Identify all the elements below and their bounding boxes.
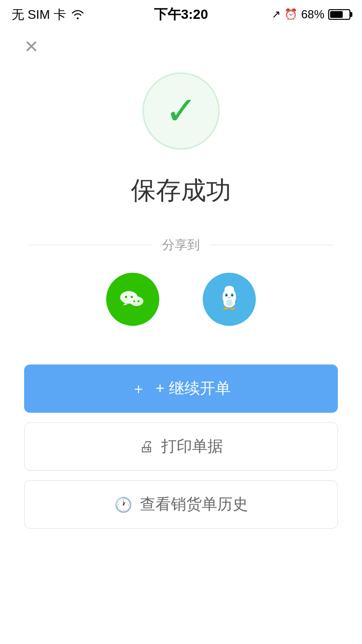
history-label: 查看销货单历史	[140, 494, 248, 515]
status-right: ↗ ⏰ 68%	[272, 8, 350, 21]
alarm-icon: ⏰	[284, 8, 297, 21]
svg-point-5	[138, 300, 139, 302]
plus-icon: ＋	[131, 379, 146, 399]
svg-point-14	[223, 308, 228, 310]
sim-status: 无 SIM 卡	[12, 6, 66, 23]
svg-point-13	[226, 299, 233, 306]
share-row	[106, 273, 256, 326]
continue-button[interactable]: ＋ + 继续开单	[24, 364, 338, 413]
share-label: 分享到	[153, 237, 209, 253]
battery-percent: 68%	[301, 8, 324, 21]
clock-icon: 🕐	[114, 496, 132, 513]
print-button[interactable]: 🖨 打印单据	[24, 422, 338, 471]
qq-icon	[214, 284, 244, 314]
print-icon: 🖨	[139, 438, 153, 455]
location-icon: ↗	[272, 8, 280, 21]
checkmark-icon: ✓	[165, 92, 197, 130]
svg-point-16	[224, 286, 234, 293]
svg-point-9	[226, 295, 227, 296]
svg-point-3	[131, 296, 133, 298]
print-label: 打印单据	[161, 436, 223, 457]
success-title: 保存成功	[131, 174, 231, 208]
battery-icon	[328, 9, 350, 20]
qq-share-button[interactable]	[203, 273, 256, 326]
history-button[interactable]: 🕐 查看销货单历史	[24, 480, 338, 529]
svg-point-4	[133, 300, 135, 302]
status-bar: 无 SIM 卡 下午3:20 ↗ ⏰ 68%	[0, 0, 362, 29]
success-icon-circle: ✓	[142, 72, 220, 150]
svg-point-10	[232, 295, 233, 296]
svg-point-15	[230, 308, 235, 310]
wechat-icon	[116, 283, 149, 316]
divider-line-left	[29, 245, 153, 245]
svg-point-2	[125, 296, 127, 298]
wifi-icon	[71, 9, 84, 20]
close-icon: ✕	[24, 38, 39, 56]
share-divider: 分享到	[0, 237, 362, 253]
close-button[interactable]: ✕	[19, 35, 43, 59]
continue-label: + 继续开单	[155, 378, 231, 399]
battery-fill	[330, 11, 343, 18]
buttons-section: ＋ + 继续开单 🖨 打印单据 🕐 查看销货单历史	[0, 364, 362, 529]
status-left: 无 SIM 卡	[12, 6, 84, 23]
status-time: 下午3:20	[154, 5, 208, 24]
divider-line-right	[209, 245, 333, 245]
wechat-share-button[interactable]	[106, 273, 159, 326]
main-content: ✓ 保存成功 分享到	[0, 29, 362, 529]
